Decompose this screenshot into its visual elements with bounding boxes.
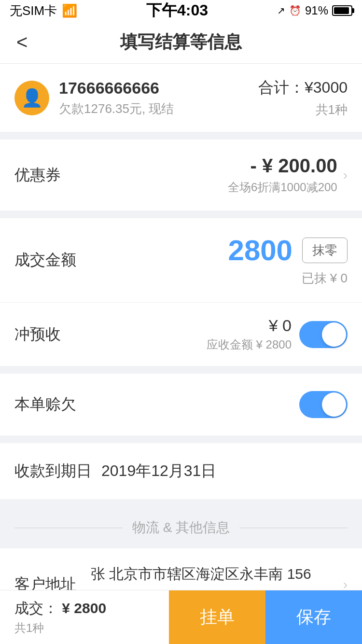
discount-right: - ¥ 200.00 全场6折满1000减200 <box>228 155 337 195</box>
status-bar: 无SIM卡 📶 下午4:03 ↗ ⏰ 91% <box>0 0 362 21</box>
duedate-value: 2019年12月31日 <box>101 461 216 482</box>
customer-debt: 欠款1276.35元, 现结 <box>59 100 174 117</box>
debt-toggle-knob <box>322 392 346 417</box>
bottom-info: 成交： ¥ 2800 共1种 <box>0 599 169 636</box>
bottom-bar: 成交： ¥ 2800 共1种 挂单 保存 <box>0 590 362 644</box>
divider-line-left <box>14 528 123 528</box>
total-count: 共1种 <box>258 101 348 118</box>
divider-line-right <box>239 528 348 528</box>
alarm-icon: ⏰ <box>289 5 301 16</box>
battery-percent: 91% <box>305 4 328 17</box>
duedate-label: 收款到期日 <box>14 461 92 482</box>
debt-row: 本单赊欠 <box>0 374 362 435</box>
prepay-amount: ¥ 0 <box>207 316 292 335</box>
save-button[interactable]: 保存 <box>265 590 362 644</box>
transaction-amount: 2800 <box>228 234 292 267</box>
prepay-toggle[interactable] <box>299 321 348 348</box>
customer-phone: 17666666666 <box>59 79 174 98</box>
carrier-text: 无SIM卡 <box>10 2 57 19</box>
discount-desc: 全场6折满1000减200 <box>228 180 337 195</box>
prepay-sub: 应收金额 ¥ 2800 <box>207 337 292 352</box>
customer-info: 17666666666 欠款1276.35元, 现结 <box>59 79 174 117</box>
discount-amount: - ¥ 200.00 <box>251 155 337 177</box>
transaction-value-area: 2800 抹零 <box>228 234 348 267</box>
customer-right: 合计：¥3000 共1种 <box>258 77 348 118</box>
toggle-knob <box>322 322 346 347</box>
bottom-count: 共1种 <box>14 620 154 636</box>
status-right: ↗ ⏰ 91% <box>277 4 352 17</box>
bottom-actions: 挂单 保存 <box>169 590 362 644</box>
nav-bar: < 填写结算等信息 <box>0 21 362 64</box>
page-title: 填写结算等信息 <box>120 30 242 54</box>
transaction-label: 成交金额 <box>14 250 76 271</box>
bottom-transaction: 成交： ¥ 2800 <box>14 599 154 618</box>
avatar: 👤 <box>14 81 49 115</box>
hold-button[interactable]: 挂单 <box>169 590 265 644</box>
total-amount: 合计：¥3000 <box>258 77 348 98</box>
status-carrier: 无SIM卡 📶 <box>10 2 77 19</box>
main-content: 👤 17666666666 欠款1276.35元, 现结 合计：¥3000 共1… <box>0 64 362 644</box>
amount-section: 成交金额 2800 抹零 已抹 ¥ 0 冲预收 ¥ 0 应收金额 ¥ 2800 <box>0 218 362 366</box>
prepay-values: ¥ 0 应收金额 ¥ 2800 <box>207 316 292 352</box>
wifi-icon: 📶 <box>62 3 77 18</box>
round-button[interactable]: 抹零 <box>302 238 348 263</box>
duedate-row: 收款到期日 2019年12月31日 <box>0 443 362 499</box>
discount-row[interactable]: 优惠券 - ¥ 200.00 全场6折满1000减200 › <box>0 140 362 210</box>
transaction-row: 成交金额 2800 抹零 已抹 ¥ 0 <box>0 218 362 303</box>
debt-toggle[interactable] <box>299 391 348 418</box>
chevron-right-icon: › <box>343 168 348 183</box>
duedate-section: 收款到期日 2019年12月31日 <box>0 443 362 499</box>
prepay-row: 冲预收 ¥ 0 应收金额 ¥ 2800 <box>0 303 362 366</box>
discount-section: 优惠券 - ¥ 200.00 全场6折满1000减200 › <box>0 140 362 210</box>
logistics-divider: 物流 & 其他信息 <box>0 507 362 548</box>
location-icon: ↗ <box>277 5 285 16</box>
logistics-label: 物流 & 其他信息 <box>132 518 230 537</box>
bottom-transaction-label: 成交： <box>14 600 58 616</box>
customer-card: 👤 17666666666 欠款1276.35元, 现结 合计：¥3000 共1… <box>0 64 362 132</box>
customer-left: 👤 17666666666 欠款1276.35元, 现结 <box>14 79 174 117</box>
prepay-label: 冲预收 <box>14 324 61 345</box>
status-time: 下午4:03 <box>146 0 208 21</box>
battery-icon <box>332 5 352 16</box>
debt-label: 本单赊欠 <box>14 394 76 415</box>
prepay-right: ¥ 0 应收金额 ¥ 2800 <box>207 316 348 352</box>
transaction-sub: 已抹 ¥ 0 <box>302 270 348 287</box>
avatar-icon: 👤 <box>21 88 43 108</box>
discount-label: 优惠券 <box>14 165 61 186</box>
back-button[interactable]: < <box>12 27 32 58</box>
debt-section: 本单赊欠 <box>0 374 362 435</box>
bottom-transaction-amount: ¥ 2800 <box>62 600 106 616</box>
